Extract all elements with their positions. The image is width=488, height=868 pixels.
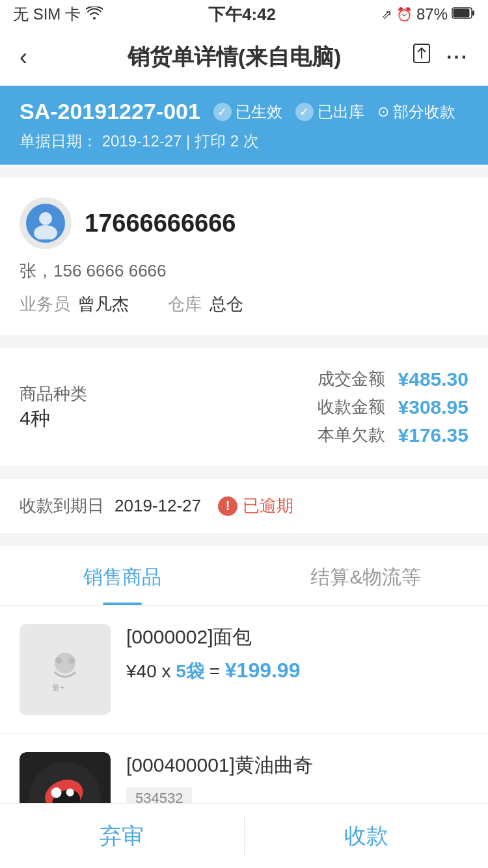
avatar-icon [26,204,65,243]
svg-text:量+: 量+ [52,683,64,692]
amount-value-2: ¥176.35 [398,424,468,446]
carrier-label: 无 SIM 卡 [13,4,81,25]
customer-row: 17666666666 [20,197,468,249]
status-bar: 无 SIM 卡 下午4:42 ⇗ ⏰ 87% [0,0,488,29]
more-icon[interactable]: ··· [446,46,468,68]
battery-icon [452,5,475,23]
warehouse-value: 总仓 [210,293,243,316]
price-qty-1: 5袋 [176,661,204,681]
order-date-row: 单据日期： 2019-12-27 | 打印 2 次 [20,131,468,152]
overdue-text: 已逾期 [243,495,293,517]
alarm-icon: ⏰ [396,7,413,22]
svg-point-5 [39,212,52,225]
amount-row-0: 成交金额 ¥485.30 [318,368,468,390]
status-time: 下午4:42 [208,3,276,26]
amount-label-0: 成交金额 [318,368,385,390]
overdue-badge: ! 已逾期 [218,495,293,517]
amount-value-1: ¥308.95 [398,396,468,418]
nav-bar: ‹ 销货单详情(来自电脑) ··· [0,29,488,86]
battery-label: 87% [416,5,448,23]
price-total-1: ¥199.99 [225,658,301,682]
svg-rect-2 [453,9,469,18]
amount-value-0: ¥485.30 [398,368,468,390]
svg-point-9 [68,657,75,664]
svg-rect-1 [472,10,474,16]
customer-meta: 业务员 曾凡杰 仓库 总仓 [20,293,468,316]
print-info: | 打印 2 次 [186,132,259,150]
tabs-section: 销售商品 结算&物流等 [0,546,488,606]
summary-section: 商品种类 4种 成交金额 ¥485.30 收款金额 ¥308.95 本单欠款 ¥… [0,348,488,466]
tab-settlement[interactable]: 结算&物流等 [244,546,488,605]
amount-label-2: 本单欠款 [318,424,385,446]
amount-row-2: 本单欠款 ¥176.35 [318,424,468,446]
summary-right: 成交金额 ¥485.30 收款金额 ¥308.95 本单欠款 ¥176.35 [318,368,468,446]
type-label: 商品种类 [20,383,87,405]
badge-shipped: ✓ 已出库 [295,102,364,122]
date-label: 单据日期： [20,132,98,150]
warehouse-meta: 仓库 总仓 [168,293,243,316]
sales-label: 业务员 [20,293,70,316]
status-left: 无 SIM 卡 [13,4,103,25]
sales-meta: 业务员 曾凡杰 [20,293,129,316]
sales-value: 曾凡杰 [78,293,129,316]
customer-phone: 17666666666 [85,210,236,237]
avatar [20,197,72,249]
badge-partial: ⊙ 部分收款 [377,102,455,122]
product-name-1: [0000002]面包 [126,624,468,651]
summary-left: 商品种类 4种 [20,368,87,446]
badge-active: ✓ 已生效 [213,102,282,122]
product-placeholder-1: 量+ [20,624,111,715]
page-title: 销货单详情(来自电脑) [128,42,342,72]
amount-label-1: 收款金额 [318,396,385,418]
back-button[interactable]: ‹ [20,44,59,71]
cancel-button[interactable]: 弃审 [0,804,244,868]
clock-icon: ⊙ [377,103,389,120]
product-image-1: 量+ [20,624,111,715]
overdue-icon: ! [218,496,237,516]
nav-actions: ··· [410,43,468,71]
due-date-value: 2019-12-27 [115,496,201,516]
share-icon[interactable] [410,43,433,71]
check-icon-shipped: ✓ [295,103,314,121]
price-base-1: ¥40 x [126,661,176,681]
location-icon: ⇗ [381,7,392,22]
due-section: 收款到期日 2019-12-27 ! 已逾期 [0,479,488,533]
svg-point-8 [55,657,62,664]
product-item-1: 量+ [0000002]面包 ¥40 x 5袋 = ¥199.99 [0,606,488,734]
customer-name-sub: 张，156 6666 6666 [20,260,468,282]
product-info-1: [0000002]面包 ¥40 x 5袋 = ¥199.99 [126,624,468,684]
confirm-button[interactable]: 收款 [245,804,489,868]
product-price-1: ¥40 x 5袋 = ¥199.99 [126,658,468,684]
customer-section: 17666666666 张，156 6666 6666 业务员 曾凡杰 仓库 总… [0,178,488,335]
wifi-icon [86,5,103,23]
status-right: ⇗ ⏰ 87% [381,5,475,23]
order-banner-top: SA-20191227-001 ✓ 已生效 ✓ 已出库 ⊙ 部分收款 [20,99,468,124]
warehouse-label: 仓库 [168,293,202,316]
order-id: SA-20191227-001 [20,99,200,124]
date-value: 2019-12-27 [102,132,182,150]
type-value: 4种 [20,405,87,432]
svg-point-6 [34,225,57,239]
tabs-row: 销售商品 结算&物流等 [0,546,488,606]
tab-sales-products[interactable]: 销售商品 [0,546,244,605]
order-banner: SA-20191227-001 ✓ 已生效 ✓ 已出库 ⊙ 部分收款 单据日期：… [0,86,488,165]
bottom-bar: 弃审 收款 [0,803,488,868]
price-eq-1: = [204,661,225,681]
product-name-2: [000400001]黄油曲奇 [126,752,468,779]
check-icon-active: ✓ [213,103,232,121]
amount-row-1: 收款金额 ¥308.95 [318,396,468,418]
due-label: 收款到期日 [20,495,104,517]
